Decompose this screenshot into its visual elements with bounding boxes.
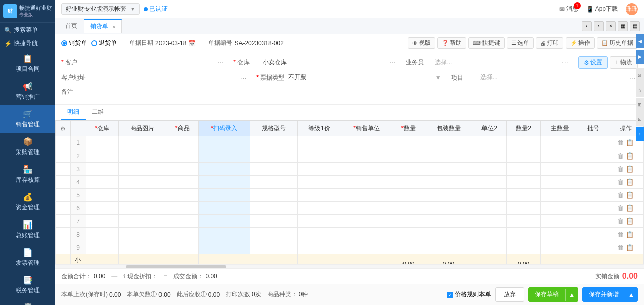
tab-erwei[interactable]: 二维	[86, 105, 110, 120]
abandon-btn[interactable]: 放弃	[495, 287, 524, 302]
delete-icon[interactable]: 🗑	[617, 178, 624, 186]
header-actions: 👁 视版 ❓ 帮助 ⌨ 快捷键 ☰ 选单 🖨 打印 ⚡ 操作 📋 历史单据	[408, 37, 638, 49]
company-selector[interactable]: 好业财专业版演示帐套 ▼	[61, 3, 140, 15]
right-panel-btn-7[interactable]: ↕	[636, 127, 644, 141]
address-input[interactable]: ···	[89, 72, 248, 83]
save-new-arrow-icon[interactable]: ▲	[625, 289, 637, 301]
invoice-input[interactable]: 不开票 ▼	[286, 72, 443, 83]
app-download-btn[interactable]: 📱 App下载	[586, 5, 618, 13]
save-draft-btn[interactable]: 保存草稿 ▲	[528, 287, 578, 302]
tab-mingxi[interactable]: 明细	[61, 105, 86, 120]
right-panel-btn-4[interactable]: ☆	[636, 83, 644, 97]
scroll-thumb[interactable]	[126, 265, 226, 268]
delete-icon[interactable]: 🗑	[617, 165, 624, 173]
right-panel-btn-3[interactable]: ✉	[636, 68, 644, 83]
warehouse-input[interactable]: 小卖仓库 ···	[261, 57, 397, 68]
tab-close-btn[interactable]: ×	[112, 24, 115, 30]
sidebar-item-finance[interactable]: 💰 资金管理	[0, 188, 55, 216]
delete-icon[interactable]: 🗑	[617, 231, 624, 238]
sidebar-item-tax[interactable]: 📑 税务管理	[0, 271, 55, 299]
copy-icon[interactable]: 📋	[626, 244, 634, 251]
th-unit[interactable]: *销售单位	[341, 121, 392, 136]
sidebar-search[interactable]: 🔍 搜索菜单	[0, 23, 55, 37]
copy-icon[interactable]: 📋	[626, 165, 634, 173]
user-avatar[interactable]: 珠珠	[626, 3, 638, 15]
customer-input[interactable]: ···	[89, 57, 225, 68]
th-pkg-qty[interactable]: 包装数量	[425, 121, 472, 136]
th-spec[interactable]: 规格型号	[250, 121, 297, 136]
radio-sale[interactable]: 销货单	[61, 39, 87, 47]
shortcut-btn[interactable]: ⌨ 快捷键	[468, 37, 505, 49]
discount-info-icon[interactable]: ℹ	[123, 273, 125, 280]
th-product[interactable]: *商品	[166, 121, 199, 136]
subtotal-unit2	[472, 254, 507, 265]
th-scan[interactable]: *扫码录入	[199, 121, 250, 136]
salesperson-input[interactable]: 选择... ···	[433, 57, 570, 68]
sidebar-item-purchase[interactable]: 📦 采购管理	[0, 133, 55, 161]
th-settings[interactable]: ⚙	[56, 121, 71, 136]
th-unit2[interactable]: 单位2	[472, 121, 507, 136]
project-input[interactable]: 选择... ···	[478, 72, 638, 83]
copy-icon[interactable]: 📋	[626, 204, 634, 212]
tab-next-btn[interactable]: ›	[594, 21, 604, 31]
salesperson-dots-icon[interactable]: ···	[562, 58, 568, 66]
sidebar-item-sales[interactable]: 🛒 销售管理	[0, 105, 55, 133]
radio-return[interactable]: 退货单	[91, 39, 117, 47]
copy-icon[interactable]: 📋	[626, 139, 634, 146]
sidebar-item-invoice[interactable]: 📄 发票管理	[0, 244, 55, 271]
right-panel-btn-2[interactable]: ▶	[636, 50, 644, 64]
sidebar-item-marketing[interactable]: 📢 营销推广	[0, 78, 55, 105]
delete-icon[interactable]: 🗑	[617, 139, 624, 146]
invoice-dropdown-icon[interactable]: ▼	[435, 74, 441, 81]
copy-icon[interactable]: 📋	[626, 191, 634, 199]
delete-icon[interactable]: 🗑	[617, 244, 624, 251]
right-panel-btn-1[interactable]: ◀	[636, 34, 644, 48]
right-panel-btn-5[interactable]: ⊞	[636, 98, 644, 112]
help-btn[interactable]: ❓ 帮助	[437, 37, 466, 49]
th-main-qty[interactable]: 主数量	[541, 121, 579, 136]
copy-icon[interactable]: 📋	[626, 178, 634, 186]
th-warehouse[interactable]: *仓库	[86, 121, 119, 136]
tab-grid1-btn[interactable]: ▦	[618, 21, 628, 31]
view-btn[interactable]: 👁 视版	[408, 37, 435, 49]
select-btn[interactable]: ☰ 选单	[507, 37, 534, 49]
tab-grid2-btn[interactable]: ▤	[630, 21, 640, 31]
delete-icon[interactable]: 🗑	[617, 152, 624, 160]
customer-dots-icon[interactable]: ···	[218, 58, 224, 66]
copy-icon[interactable]: 📋	[626, 231, 634, 238]
delete-icon[interactable]: 🗑	[617, 204, 624, 212]
price-rule-checkbox[interactable]: ✓ 价格规则本单	[447, 290, 491, 299]
tab-home[interactable]: 首页	[59, 20, 84, 32]
save-new-btn[interactable]: 保存并新增 ▲	[582, 287, 638, 302]
history-btn[interactable]: 📋 历史单据	[597, 37, 638, 49]
sidebar-item-accounting[interactable]: 📊 总账管理	[0, 216, 55, 244]
print-btn[interactable]: 🖨 打印	[536, 37, 564, 49]
warehouse-dots-icon[interactable]: ···	[390, 58, 396, 66]
tab-active[interactable]: 销货单 ×	[84, 19, 122, 33]
th-batch[interactable]: 批号	[579, 121, 608, 136]
tab-close-all-btn[interactable]: ×	[606, 21, 616, 31]
delete-icon[interactable]: 🗑	[617, 217, 624, 225]
calendar-icon[interactable]: 📅	[188, 40, 196, 47]
notification-btn[interactable]: ✉ 消息 1	[559, 5, 578, 13]
horizontal-scrollbar[interactable]	[55, 264, 644, 268]
remark-input[interactable]	[89, 86, 638, 97]
operate-btn[interactable]: ⚡ 操作	[566, 37, 595, 49]
th-qty2[interactable]: 数量2	[507, 121, 541, 136]
th-qty[interactable]: *数量	[392, 121, 425, 136]
save-draft-arrow-icon[interactable]: ▲	[565, 289, 578, 301]
sidebar-item-inventory[interactable]: 🏪 库存核算	[0, 161, 55, 188]
add-logistics-btn[interactable]: + 物流	[610, 56, 638, 69]
right-panel-btn-6[interactable]: ⊡	[636, 112, 644, 126]
copy-icon[interactable]: 📋	[626, 152, 634, 160]
delete-icon[interactable]: 🗑	[617, 191, 624, 199]
address-dots-icon[interactable]: ···	[240, 73, 247, 82]
project-dots-icon[interactable]: ···	[630, 73, 636, 82]
sidebar-quick-nav[interactable]: ⚡ 快捷导航	[0, 37, 55, 50]
settings-btn[interactable]: ⚙ 设置	[578, 56, 608, 69]
copy-icon[interactable]: 📋	[626, 217, 634, 225]
th-price[interactable]: 等级1价	[297, 121, 341, 136]
tab-prev-btn[interactable]: ‹	[582, 21, 592, 31]
sidebar-item-fixed-asset[interactable]: 🏢 固定资产	[0, 299, 55, 305]
sidebar-item-project[interactable]: 📋 项目合同	[0, 50, 55, 78]
